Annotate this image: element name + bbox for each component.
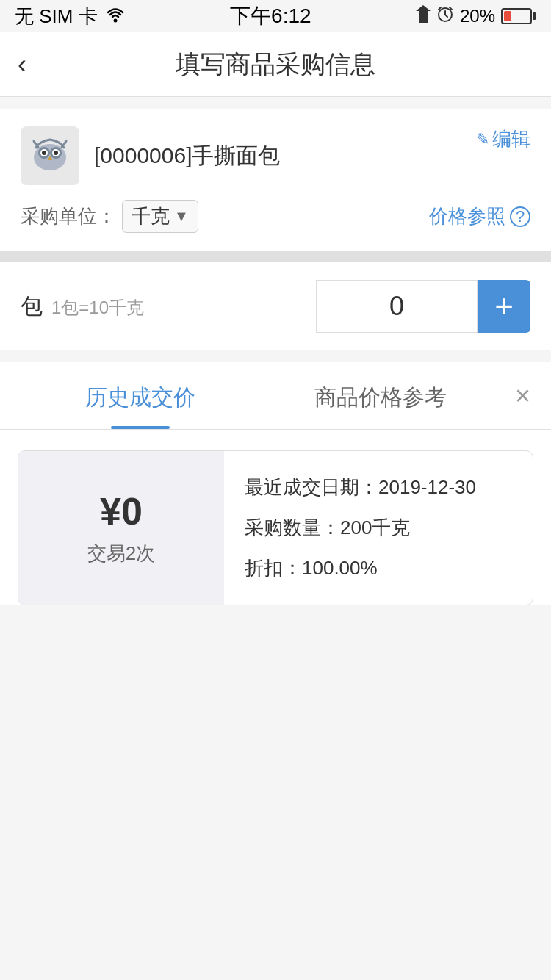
discount-label: 折扣： [245, 557, 302, 579]
edit-icon: ✎ [476, 130, 489, 149]
help-icon: ? [510, 206, 530, 227]
product-name: [0000006]手撕面包 [94, 141, 280, 171]
page-content-area [0, 626, 551, 980]
wifi-icon [105, 5, 126, 28]
tab-price-ref-label: 商品价格参考 [314, 385, 447, 409]
status-bar: 无 SIM 卡 下午6:12 20% [0, 0, 551, 32]
history-details-section: 最近成交日期：2019-12-30 采购数量：200千克 折扣：100.00% [224, 451, 533, 605]
quantity-row: 包 1包=10千克 0 + [0, 262, 551, 350]
history-price-section: ¥0 交易2次 [18, 451, 224, 605]
edit-label: 编辑 [492, 126, 530, 152]
recent-date-label: 最近成交日期： [245, 476, 378, 498]
product-logo [28, 134, 72, 178]
purchase-qty-row: 采购数量：200千克 [245, 514, 512, 542]
purchase-qty-value: 200千克 [340, 516, 410, 538]
unit-label: 采购单位： [21, 203, 116, 229]
product-unit-row: 采购单位： 千克 ▼ 价格参照 ? [21, 200, 530, 233]
recent-date-row: 最近成交日期：2019-12-30 [245, 473, 512, 502]
product-card: [0000006]手撕面包 ✎ 编辑 采购单位： 千克 ▼ 价格参照 ? [0, 109, 551, 251]
unit-group: 采购单位： 千克 ▼ [21, 200, 198, 233]
tab-close-button[interactable]: × [500, 366, 530, 426]
tab-history-label: 历史成交价 [85, 385, 195, 409]
recent-date-value: 2019-12-30 [378, 476, 476, 498]
battery-percent: 20% [460, 6, 495, 26]
back-button[interactable]: ‹ [18, 49, 26, 80]
page-header: ‹ 填写商品采购信息 [0, 32, 551, 97]
battery-icon [501, 8, 536, 24]
quantity-input[interactable]: 0 [316, 280, 478, 333]
price-number: 0 [121, 490, 143, 533]
price-ref-label: 价格参照 [429, 203, 505, 229]
history-card: ¥0 交易2次 最近成交日期：2019-12-30 采购数量：200千克 折扣：… [18, 450, 533, 605]
section-divider [0, 251, 551, 262]
status-right: 20% [416, 5, 536, 27]
alarm-icon [436, 5, 454, 27]
svg-point-0 [113, 18, 117, 22]
svg-marker-1 [416, 5, 431, 23]
discount-row: 折扣：100.00% [245, 554, 512, 583]
svg-point-9 [54, 151, 58, 155]
tab-history-price[interactable]: 历史成交价 [21, 362, 260, 429]
status-time: 下午6:12 [230, 2, 311, 30]
currency-symbol: ¥ [100, 490, 121, 533]
tabs-panel: 历史成交价 商品价格参考 × ¥0 交易2次 最近成交日期：2019-12-30… [0, 362, 551, 605]
unit-select[interactable]: 千克 ▼ [122, 200, 198, 233]
quantity-left: 包 1包=10千克 [21, 292, 144, 322]
price-reference-button[interactable]: 价格参照 ? [429, 203, 530, 229]
tabs-header: 历史成交价 商品价格参考 × [0, 362, 551, 430]
unit-value: 千克 [132, 203, 170, 229]
page-title: 填写商品采购信息 [176, 48, 375, 82]
dropdown-icon: ▼ [174, 208, 189, 225]
quantity-value: 0 [389, 291, 404, 322]
status-left: 无 SIM 卡 [15, 4, 126, 29]
discount-value: 100.00% [302, 557, 378, 579]
history-trades: 交易2次 [87, 541, 155, 566]
quantity-right: 0 + [316, 280, 530, 333]
quantity-unit: 包 [21, 292, 43, 322]
history-price-value: ¥0 [100, 489, 143, 533]
sim-text: 无 SIM 卡 [15, 4, 98, 29]
tab-price-reference[interactable]: 商品价格参考 [260, 362, 500, 429]
quantity-hint: 1包=10千克 [51, 296, 144, 320]
product-thumbnail [21, 126, 79, 185]
purchase-qty-label: 采购数量： [245, 516, 340, 538]
svg-point-8 [42, 151, 46, 155]
product-left: [0000006]手撕面包 [21, 126, 280, 185]
product-header: [0000006]手撕面包 ✎ 编辑 [21, 126, 530, 185]
edit-button[interactable]: ✎ 编辑 [476, 126, 530, 152]
location-icon [416, 5, 431, 27]
quantity-plus-button[interactable]: + [478, 280, 530, 333]
